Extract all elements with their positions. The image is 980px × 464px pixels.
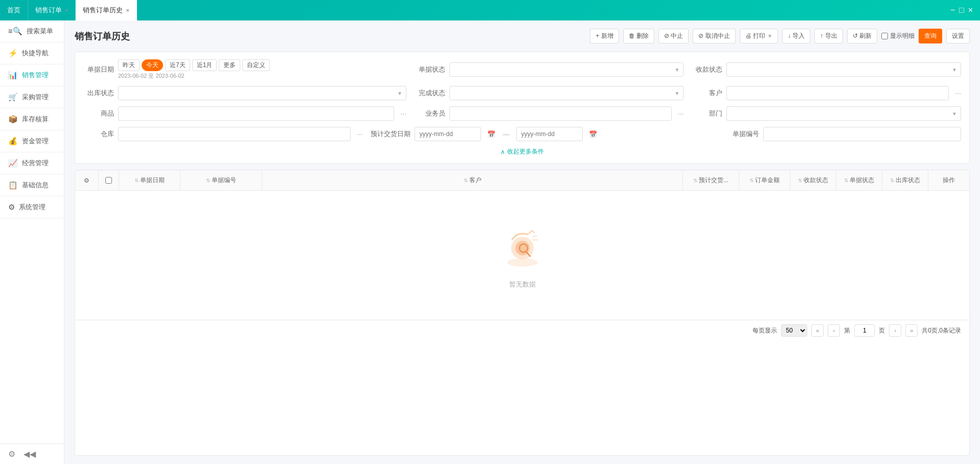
page-header: 销售订单历史 + 新增 🗑 删除 ⊘ 中止 ⊘ 取消中止 🖨 打印 ▼ ↓ 导入… — [75, 29, 970, 43]
top-bar: 首页 销售订单 × 销售订单历史 × − □ × — [0, 0, 980, 20]
tab-sales-order-close[interactable]: × — [65, 7, 68, 13]
query-button[interactable]: 查询 — [919, 29, 942, 43]
delete-button[interactable]: 🗑 删除 — [623, 29, 654, 43]
customer-input[interactable] — [726, 86, 949, 100]
warehouse-input[interactable] — [118, 127, 351, 141]
calendar-icon-2[interactable]: 📅 — [589, 130, 597, 138]
date-btn-1month[interactable]: 近1月 — [192, 59, 217, 71]
import-button[interactable]: ↓ 导入 — [782, 29, 810, 43]
tab-home[interactable]: 首页 — [0, 0, 28, 20]
out-status-select[interactable] — [118, 86, 406, 100]
th-sort-icon-orderno[interactable]: ⇅ — [206, 178, 210, 183]
first-page-btn[interactable]: « — [811, 324, 824, 337]
sidebar-collapse-icon[interactable]: ◀◀ — [24, 449, 36, 459]
delivery-date-to[interactable] — [516, 127, 583, 141]
department-label: 部门 — [692, 109, 722, 118]
th-sort-icon-delivery[interactable]: ⇅ — [693, 178, 697, 183]
customer-ellipsis[interactable]: ··· — [955, 89, 961, 97]
page-number-input[interactable] — [854, 324, 875, 337]
stop-button[interactable]: ⊘ 中止 — [658, 29, 689, 43]
th-sort-icon-customer[interactable]: ⇅ — [464, 178, 468, 183]
cancel-stop-button[interactable]: ⊘ 取消中止 — [693, 29, 735, 43]
svg-point-0 — [507, 258, 538, 267]
date-btn-yesterday[interactable]: 昨天 — [118, 59, 140, 71]
collapse-row[interactable]: ∧ 收起更多条件 — [83, 145, 961, 156]
delivery-date-from[interactable] — [415, 127, 481, 141]
th-sort-icon-date[interactable]: ⇅ — [134, 178, 139, 183]
table-card: ⚙ ⇅ 单据日期 ⇅ 单据编号 ⇅ 客户 ⇅ — [75, 170, 970, 456]
th-orderno: ⇅ 单据编号 — [180, 170, 262, 190]
date-btn-more[interactable]: 更多 — [219, 59, 240, 71]
sidebar-item-system[interactable]: ⚙ 系统管理 — [0, 196, 64, 218]
out-status-wrapper: ▼ — [118, 86, 406, 100]
sidebar-item-search-menu[interactable]: ≡🔍 搜索菜单 — [0, 20, 64, 42]
th-sort-icon-outstatus[interactable]: ⇅ — [890, 178, 894, 183]
receipt-status-label: 收款状态 — [692, 65, 722, 74]
tab-sales-order[interactable]: 销售订单 × — [28, 0, 76, 20]
tab-sales-order-history[interactable]: 销售订单历史 × — [76, 0, 136, 20]
sidebar-settings-icon[interactable]: ⚙ — [8, 449, 15, 459]
order-status-select[interactable] — [449, 62, 684, 77]
inventory-icon: 📦 — [8, 115, 18, 124]
date-btn-7days[interactable]: 近7天 — [165, 59, 190, 71]
salesman-ellipsis[interactable]: ··· — [678, 109, 684, 118]
minimize-icon[interactable]: − — [950, 6, 955, 15]
print-button[interactable]: 🖨 打印 ▼ — [740, 29, 778, 43]
delivery-date-label: 预计交货日期 — [371, 129, 411, 139]
next-page-btn[interactable]: › — [889, 324, 901, 337]
last-page-btn[interactable]: » — [905, 324, 918, 337]
system-icon: ⚙ — [8, 203, 15, 212]
empty-icon — [497, 222, 548, 273]
warehouse-ellipsis[interactable]: ··· — [357, 130, 363, 138]
select-all-checkbox[interactable] — [105, 177, 112, 184]
empty-text: 暂无数据 — [509, 280, 536, 289]
order-no-input[interactable] — [763, 127, 961, 141]
prev-page-btn[interactable]: ‹ — [828, 324, 840, 337]
salesman-input[interactable] — [449, 106, 672, 121]
sidebar-item-inventory[interactable]: 📦 库存核算 — [0, 108, 64, 130]
goods-input[interactable] — [118, 106, 394, 121]
receipt-status-select[interactable] — [726, 62, 961, 77]
sidebar-item-capital[interactable]: 💰 资金管理 — [0, 130, 64, 152]
pagination-bar: 每页显示 10 20 50 100 « ‹ 第 页 › — [75, 320, 969, 341]
new-button[interactable]: + 新增 — [590, 29, 619, 43]
sidebar-item-operations[interactable]: 📈 经营管理 — [0, 152, 64, 174]
export-button[interactable]: ↑ 导出 — [814, 29, 842, 43]
order-no-label: 单据编号 — [728, 129, 759, 139]
date-btn-today[interactable]: 今天 — [142, 59, 163, 71]
sidebar-item-basic-info[interactable]: 📋 基础信息 — [0, 174, 64, 196]
sidebar-item-sales-mgmt[interactable]: 📊 销售管理 — [0, 64, 64, 86]
date-btn-custom[interactable]: 自定义 — [242, 59, 270, 71]
receipt-status-wrapper: ▼ — [726, 62, 961, 77]
complete-status-select[interactable] — [449, 86, 684, 100]
tab-sales-order-history-close[interactable]: × — [126, 7, 129, 13]
settings-button[interactable]: 设置 — [946, 29, 970, 43]
maximize-icon[interactable]: □ — [959, 6, 964, 15]
date-label: 单据日期 — [83, 65, 114, 74]
th-sort-icon-orderstatus[interactable]: ⇅ — [844, 178, 848, 183]
per-page-select[interactable]: 10 20 50 100 — [781, 324, 807, 337]
department-select[interactable] — [726, 106, 961, 121]
complete-status-label: 完成状态 — [415, 89, 445, 98]
quick-nav-icon: ⚡ — [8, 49, 18, 58]
sales-mgmt-icon: 📊 — [8, 71, 18, 80]
th-sort-icon-amount[interactable]: ⇅ — [749, 178, 754, 183]
th-orderstatus: ⇅ 单据状态 — [836, 170, 882, 190]
th-delivery: ⇅ 预计交货... — [683, 170, 739, 190]
settings-gear-icon[interactable]: ⚙ — [84, 177, 89, 184]
close-icon[interactable]: × — [968, 6, 973, 15]
sidebar-item-purchase-mgmt[interactable]: 🛒 采购管理 — [0, 86, 64, 108]
th-date: ⇅ 单据日期 — [119, 170, 180, 190]
th-settings[interactable]: ⚙ — [75, 170, 99, 190]
refresh-button[interactable]: ↺ 刷新 — [847, 29, 877, 43]
sidebar-item-quick-nav[interactable]: ⚡ 快捷导航 — [0, 42, 64, 64]
goods-ellipsis[interactable]: ··· — [400, 109, 406, 118]
purchase-mgmt-icon: 🛒 — [8, 93, 18, 102]
toolbar: + 新增 🗑 删除 ⊘ 中止 ⊘ 取消中止 🖨 打印 ▼ ↓ 导入 ↑ 导出 ↺… — [590, 29, 970, 43]
calendar-icon-1[interactable]: 📅 — [487, 130, 495, 138]
per-page-label: 每页显示 — [753, 326, 777, 335]
th-receiptstatus: ⇅ 收款状态 — [790, 170, 836, 190]
display-detail-checkbox[interactable] — [881, 33, 888, 39]
display-detail-check[interactable]: 显示明细 — [881, 32, 915, 40]
th-sort-icon-receiptstatus[interactable]: ⇅ — [798, 178, 802, 183]
